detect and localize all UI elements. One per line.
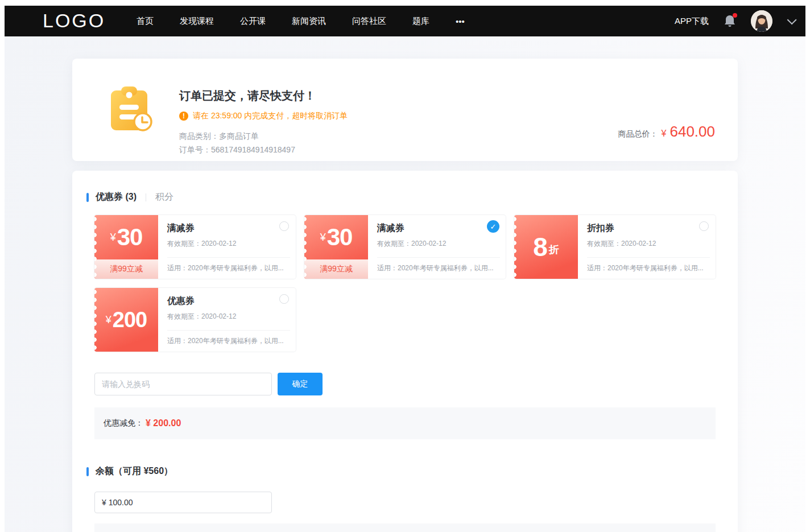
coupon-4-validity: 有效期至：2020-02-12 — [167, 312, 288, 321]
coupon-4-stub: ¥200 — [94, 288, 158, 352]
coupon-3-body: 折扣券 有效期至：2020-02-12 适用：2020年考研专属福利券，以用..… — [578, 215, 716, 279]
tab-points[interactable]: 积分 — [155, 191, 173, 203]
coupon-2-title: 满减券 — [377, 222, 498, 234]
order-total: 商品总价： ¥ 640.00 — [618, 123, 715, 141]
coupon-card-3[interactable]: 8折 折扣券 有效期至：2020-02-12 适用：2020年考研专属福利券，以… — [514, 215, 716, 279]
order-meta: 商品类别：多商品订单 订单号：5681749184914918497 — [179, 129, 348, 156]
top-nav: LOGO 首页 发现课程 公开课 新闻资讯 问答社区 题库 ••• APP下载 — [5, 6, 805, 36]
coupon-2-body: 满减券 有效期至：2020-02-12 适用：2020年考研专属福利券，以用..… — [368, 215, 506, 279]
logo[interactable]: LOGO — [43, 10, 105, 32]
discount-summary-bar: 优惠减免： ¥ 200.00 — [94, 407, 716, 439]
coupon-3-unit: 折 — [549, 243, 559, 257]
notification-badge — [733, 13, 737, 18]
avatar[interactable] — [751, 10, 772, 32]
nav-item-news[interactable]: 新闻资讯 — [292, 16, 326, 27]
warning-icon: ! — [179, 112, 188, 121]
coupon-1-title: 满减券 — [167, 222, 288, 234]
coupon-1-value: 30 — [117, 224, 143, 251]
tab-coupons[interactable]: 优惠券 (3) — [96, 191, 137, 203]
coupon-1-body: 满减券 有效期至：2020-02-12 适用：2020年考研专属福利券，以用..… — [158, 215, 296, 279]
coupon-1-radio-unselected-icon[interactable] — [279, 221, 289, 231]
warning-text: 请在 23:59:00 内完成支付，超时将取消订单 — [193, 111, 348, 121]
total-currency: ¥ — [662, 129, 667, 139]
order-category-value: 多商品订单 — [219, 131, 259, 141]
coupon-4-radio-unselected-icon[interactable] — [279, 294, 289, 304]
payment-deadline-notice: ! 请在 23:59:00 内完成支付，超时将取消订单 — [179, 111, 348, 121]
order-payment-page: LOGO 首页 发现课程 公开课 新闻资讯 问答社区 题库 ••• APP下载 — [0, 0, 810, 532]
coupon-1-stub: ¥30 满99立减 — [94, 215, 158, 279]
coupon-3-amount: 8折 — [514, 215, 578, 279]
nav-menu: 首页 发现课程 公开课 新闻资讯 问答社区 题库 ••• — [137, 6, 465, 36]
coupon-1-validity: 有效期至：2020-02-12 — [167, 239, 288, 249]
nav-item-discover-courses[interactable]: 发现课程 — [180, 16, 214, 27]
coupon-3-validity: 有效期至：2020-02-12 — [587, 239, 708, 249]
coupon-1-currency: ¥ — [110, 232, 116, 244]
tab-divider — [146, 193, 146, 201]
balance-amount-input[interactable] — [94, 492, 272, 513]
total-price-value: 640.00 — [670, 123, 715, 141]
coupon-3-radio-unselected-icon[interactable] — [699, 221, 709, 231]
next-summary-bar-partial — [94, 523, 716, 532]
total-price-label: 商品总价： — [618, 129, 658, 139]
discount-value: ¥ 200.00 — [146, 418, 181, 428]
coupon-1-amount: ¥30 — [94, 215, 158, 259]
coupon-2-validity: 有效期至：2020-02-12 — [377, 239, 498, 249]
order-info: 订单已提交，请尽快支付！ ! 请在 23:59:00 内完成支付，超时将取消订单… — [179, 88, 348, 156]
coupon-2-scope: 适用：2020年考研专属福利券，以用... — [377, 257, 500, 279]
redeem-confirm-button[interactable]: 确定 — [278, 373, 323, 395]
order-number-value: 5681749184914918497 — [211, 145, 295, 154]
order-category-row: 商品类别：多商品订单 — [179, 129, 348, 143]
app-download-link[interactable]: APP下载 — [675, 16, 709, 27]
order-number-row: 订单号：5681749184914918497 — [179, 143, 348, 156]
coupon-2-currency: ¥ — [320, 232, 326, 244]
coupon-4-scope: 适用：2020年考研专属福利券，以用... — [167, 330, 290, 352]
balance-section-header: 余额（可用 ¥560） — [86, 465, 173, 477]
coupon-4-title: 优惠券 — [167, 295, 288, 307]
nav-item-qa-community[interactable]: 问答社区 — [352, 16, 386, 27]
order-category-label: 商品类别： — [179, 131, 219, 141]
coupon-card-4[interactable]: ¥200 优惠券 有效期至：2020-02-12 适用：2020年考研专属福利券… — [94, 288, 296, 352]
coupon-4-value: 200 — [113, 308, 147, 332]
chevron-down-icon[interactable] — [787, 15, 797, 24]
discount-label: 优惠减免： — [104, 418, 143, 428]
coupon-card-2[interactable]: ¥30 满99立减 满减券 有效期至：2020-02-12 适用：2020年考研… — [304, 215, 506, 279]
order-number-label: 订单号： — [179, 145, 211, 154]
nav-item-open-class[interactable]: 公开课 — [240, 16, 266, 27]
coupon-1-scope: 适用：2020年考研专属福利券，以用... — [167, 257, 290, 279]
nav-item-more[interactable]: ••• — [456, 17, 465, 26]
coupon-3-value: 8 — [533, 232, 548, 262]
coupon-2-value: 30 — [327, 224, 353, 251]
nav-right-cluster: APP下载 — [675, 6, 794, 36]
section-marker — [86, 467, 89, 476]
coupon-4-currency: ¥ — [106, 314, 111, 326]
balance-title: 余额（可用 ¥560） — [96, 465, 173, 477]
coupon-section-header: 优惠券 (3) 积分 — [86, 191, 173, 203]
redeem-code-input[interactable] — [94, 373, 272, 395]
coupon-2-condition: 满99立减 — [304, 259, 368, 279]
coupon-3-stub: 8折 — [514, 215, 578, 279]
coupon-2-selected-check-icon[interactable]: ✓ — [487, 220, 499, 233]
coupon-2-amount: ¥30 — [304, 215, 368, 259]
nav-item-question-bank[interactable]: 题库 — [412, 16, 429, 27]
coupon-4-amount: ¥200 — [94, 288, 158, 352]
coupon-4-body: 优惠券 有效期至：2020-02-12 适用：2020年考研专属福利券，以用..… — [158, 288, 296, 352]
coupon-2-stub: ¥30 满99立减 — [304, 215, 368, 279]
order-title: 订单已提交，请尽快支付！ — [179, 88, 348, 104]
section-marker — [86, 193, 89, 202]
coupon-card-1[interactable]: ¥30 满99立减 满减券 有效期至：2020-02-12 适用：2020年考研… — [94, 215, 296, 279]
coupon-3-title: 折扣券 — [587, 222, 708, 234]
coupon-3-scope: 适用：2020年考研专属福利券，以用... — [587, 257, 710, 279]
order-clipboard-icon — [104, 84, 156, 138]
nav-item-home[interactable]: 首页 — [137, 16, 154, 27]
payment-options-card: 优惠券 (3) 积分 ¥30 满99立减 满减券 有效期至：2020-02-12… — [72, 171, 738, 532]
order-summary-card: 订单已提交，请尽快支付！ ! 请在 23:59:00 内完成支付，超时将取消订单… — [72, 59, 738, 161]
coupon-1-condition: 满99立减 — [94, 259, 158, 279]
notification-bell-icon[interactable] — [724, 14, 736, 28]
